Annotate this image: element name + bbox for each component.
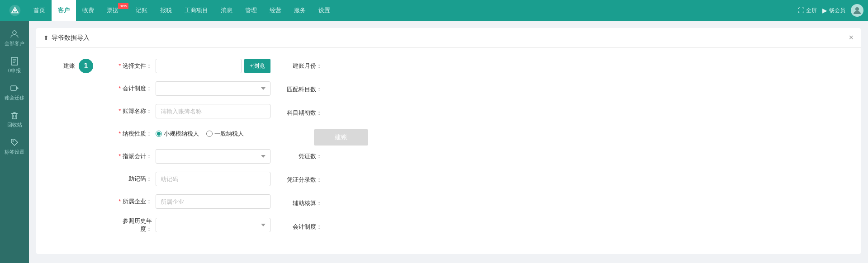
vip-btn[interactable]: ▶ 畅会员: [822, 7, 845, 14]
import-icon: ⬆: [43, 34, 49, 42]
info-row-6: 会计制度：: [285, 220, 397, 234]
topnav-right: ⛶ 全屏 ▶ 畅会员: [798, 4, 863, 17]
nav-tax[interactable]: 报税: [154, 0, 178, 21]
sidebar-item-all-customers[interactable]: 全部客户: [0, 25, 29, 51]
info-label-4: 凭证分录数：: [285, 176, 326, 184]
ledger-name-row: 账簿名称：: [115, 104, 270, 118]
info-label-6: 会计制度：: [285, 223, 326, 231]
info-label-2: 科目期初数：: [285, 109, 326, 117]
panel-title: 导爷数据导入: [52, 34, 90, 42]
ledger-name-label: 账簿名称：: [115, 107, 156, 115]
nav-message[interactable]: 消息: [214, 0, 239, 21]
file-input-wrapper: +浏览: [156, 59, 270, 73]
info-row-0: 建账月份：: [285, 59, 397, 73]
ledger-name-input[interactable]: [156, 104, 270, 118]
left-section: 建账 1 选择文件： +浏览: [63, 59, 270, 243]
build-button[interactable]: 建账: [314, 129, 368, 146]
panel-header: ⬆ 导爷数据导入 ×: [36, 28, 861, 48]
radio-general-label: 一般纳税人: [214, 130, 244, 138]
nav-operation[interactable]: 经营: [263, 0, 288, 21]
sidebar-item-tags[interactable]: 标签设置: [0, 134, 29, 159]
tax-type-label: 纳税性质：: [115, 130, 156, 138]
step-label: 建账: [63, 59, 75, 73]
info-row-3: 凭证数：: [285, 149, 397, 164]
tax-type-group: 小规模纳税人 一般纳税人: [156, 127, 244, 141]
info-label-0: 建账月份：: [285, 62, 326, 70]
info-label-1: 匹配科目数：: [285, 85, 326, 94]
info-row-1: 匹配科目数：: [285, 82, 397, 97]
new-badge: new: [118, 3, 128, 9]
tag-icon: [9, 137, 19, 147]
file-label: 选择文件：: [115, 62, 156, 70]
accountant-row: 指派会计：: [115, 149, 270, 164]
info-label-5: 辅助核算：: [285, 199, 326, 207]
sidebar-item-label: 账套迁移: [5, 94, 24, 101]
accounting-system-label: 会计制度：: [115, 85, 156, 93]
info-label-3: 凭证数：: [285, 152, 326, 160]
sidebar-item-label: 标签设置: [5, 149, 24, 155]
fullscreen-icon: ⛶: [798, 7, 804, 14]
sidebar-item-declare[interactable]: 0申报: [0, 52, 29, 78]
info-row-5: 辅助核算：: [285, 196, 397, 211]
form-area: 建账 1 选择文件： +浏览: [36, 48, 861, 254]
svg-point-1: [14, 9, 16, 11]
nav-customer[interactable]: 客户: [52, 0, 76, 21]
accountant-select[interactable]: [156, 149, 270, 164]
content-area: ⬆ 导爷数据导入 × 建账 1: [29, 21, 868, 263]
step-circle: 1: [79, 59, 93, 73]
user-icon: [9, 29, 19, 39]
sidebar-item-recycle[interactable]: 回收站: [0, 107, 29, 132]
company-label: 所属企业：: [115, 197, 156, 206]
nav-home[interactable]: 首页: [27, 0, 52, 21]
radio-general[interactable]: 一般纳税人: [206, 130, 244, 138]
tax-type-row: 纳税性质： 小规模纳税人 一般纳税人: [115, 127, 270, 141]
fullscreen-btn[interactable]: ⛶ 全屏: [798, 7, 817, 14]
file-input[interactable]: [156, 59, 242, 73]
history-year-select[interactable]: [156, 218, 270, 232]
nav-fee[interactable]: 收费: [76, 0, 100, 21]
accountant-label: 指派会计：: [115, 152, 156, 160]
radio-small-scale[interactable]: 小规模纳税人: [156, 130, 199, 138]
sidebar-item-label: 回收站: [7, 122, 22, 128]
sidebar-item-migrate[interactable]: 账套迁移: [0, 80, 29, 105]
app-logo: [5, 0, 25, 21]
close-button[interactable]: ×: [849, 33, 854, 42]
svg-point-12: [13, 141, 14, 142]
company-input[interactable]: [156, 194, 270, 209]
sidebar-item-label: 0申报: [8, 67, 21, 74]
nav-settings[interactable]: 设置: [312, 0, 337, 21]
accounting-system-row: 会计制度：: [115, 81, 270, 96]
svg-point-2: [855, 7, 859, 11]
radio-small-scale-label: 小规模纳税人: [164, 130, 199, 138]
trash-icon: [9, 110, 19, 120]
memo-input[interactable]: [156, 172, 270, 186]
nav-manage[interactable]: 管理: [239, 0, 263, 21]
right-info: 建账月份： 匹配科目数： 科目期初数： 建账: [270, 59, 397, 243]
svg-rect-9: [12, 113, 17, 119]
accounting-system-select[interactable]: [156, 81, 270, 96]
build-btn-row: 建账: [285, 129, 397, 146]
import-panel: ⬆ 导爷数据导入 × 建账 1: [36, 28, 861, 254]
radio-general-input[interactable]: [206, 131, 213, 137]
history-year-label: 参照历史年度：: [115, 217, 156, 233]
memo-label: 助记码：: [115, 175, 156, 183]
file-row: 选择文件： +浏览: [115, 59, 270, 73]
declare-icon: [9, 56, 19, 66]
sidebar-item-label: 全部客户: [5, 40, 24, 47]
vip-icon: ▶: [822, 7, 827, 14]
left-form: 选择文件： +浏览 会计制度：: [115, 59, 270, 241]
sidebar: 全部客户 0申报 账套迁移: [0, 21, 29, 263]
main-layout: 全部客户 0申报 账套迁移: [0, 21, 868, 263]
radio-small-scale-input[interactable]: [156, 131, 162, 137]
memo-row: 助记码：: [115, 172, 270, 186]
browse-button[interactable]: +浏览: [244, 59, 270, 73]
top-navigation: 首页 客户 收费 票据 new 记账 报税 工商项目 消息 管理 经营 服务 设…: [0, 0, 868, 21]
nav-business-project[interactable]: 工商项目: [178, 0, 214, 21]
svg-rect-8: [11, 86, 16, 90]
info-row-2: 科目期初数：: [285, 106, 397, 120]
nav-bookkeeping[interactable]: 记账: [129, 0, 154, 21]
svg-point-3: [13, 31, 16, 34]
user-avatar[interactable]: [851, 4, 863, 17]
nav-service[interactable]: 服务: [288, 0, 312, 21]
nav-invoice[interactable]: 票据 new: [100, 0, 129, 21]
